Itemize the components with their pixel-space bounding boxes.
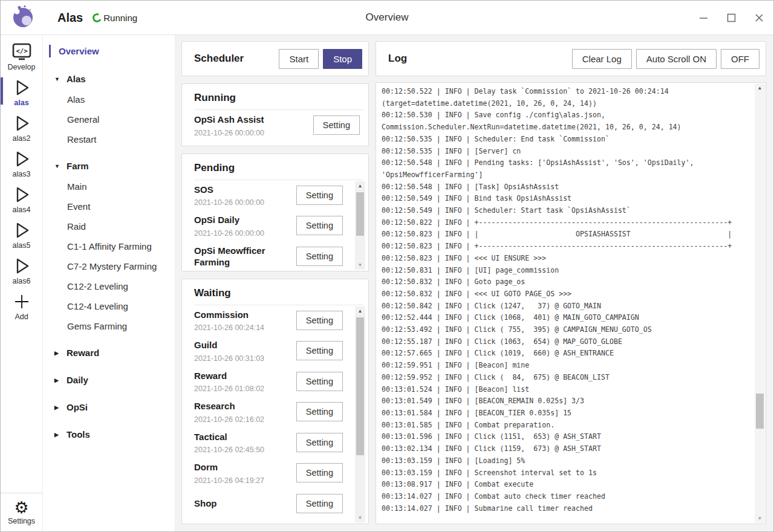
window-controls <box>698 1 764 34</box>
log-line: 00:12:59.952 | INFO | Click ( 84, 675) @… <box>382 372 747 384</box>
setting-button[interactable]: Setting <box>296 463 343 482</box>
task-name: Tactical <box>194 431 291 443</box>
play-icon <box>11 77 32 98</box>
chevron-right-icon: ▶ <box>54 350 61 356</box>
scroll-down-icon[interactable]: ▼ <box>355 261 365 270</box>
menu-group-daily[interactable]: ▶Daily <box>43 369 175 391</box>
log-line: 00:12:50.832 | INFO | <<< UI GOTO PAGE_O… <box>382 288 747 300</box>
menu-group-reward[interactable]: ▶Reward <box>43 342 175 363</box>
menu-item-event[interactable]: Event <box>43 196 175 216</box>
task-info: OpSi Daily2021-10-26 00:00:00 <box>194 210 296 241</box>
scroll-down-icon[interactable]: ▼ <box>355 513 365 522</box>
log-scrollbar[interactable]: ▲ ▼ <box>755 83 765 523</box>
setting-button[interactable]: Setting <box>296 186 343 205</box>
scroll-down-icon[interactable]: ▼ <box>755 514 765 523</box>
scrollbar-thumb[interactable] <box>356 317 364 455</box>
menu-group-tools[interactable]: ▶Tools <box>43 424 175 445</box>
log-panel[interactable]: 00:12:50.522 | INFO | Delay task `Commis… <box>376 82 766 524</box>
scrollbar-thumb[interactable] <box>756 394 764 429</box>
scroll-up-icon[interactable]: ▲ <box>355 181 365 190</box>
rail-item-add[interactable]: Add <box>1 288 42 324</box>
task-next-run-time: 2021-10-26 00:00:00 <box>194 229 291 238</box>
menu-group-label: Reward <box>67 348 99 358</box>
menu-item-c7-2-mystery-farming[interactable]: C7-2 Mystery Farming <box>43 256 175 276</box>
task-info: Commission2021-10-26 00:24:14 <box>194 305 296 336</box>
start-button[interactable]: Start <box>279 49 319 69</box>
log-line: (target=datetime.datetime(2021, 10, 26, … <box>382 98 747 110</box>
scrollbar-thumb[interactable] <box>356 192 364 236</box>
rail-item-alas[interactable]: alas <box>1 74 42 110</box>
scroll-up-icon[interactable]: ▲ <box>355 307 365 316</box>
close-button[interactable] <box>754 13 764 22</box>
rail-item-alas4[interactable]: alas4 <box>1 181 42 217</box>
rail-item-alas5[interactable]: alas5 <box>1 217 42 253</box>
menu-item-c12-4-leveling[interactable]: C12-4 Leveling <box>43 296 175 316</box>
menu-item-overview[interactable]: Overview <box>43 40 175 62</box>
task-info: OpSi Ash Assist2021-10-26 00:00:00 <box>194 110 313 141</box>
log-line: 00:13:01.596 | INFO | Click (1151, 653) … <box>382 431 747 443</box>
running-title: Running <box>182 84 368 109</box>
task-name: OpSi Daily <box>194 214 291 226</box>
log-line: 00:13:14.027 | INFO | Submarine call tim… <box>382 503 747 515</box>
menu-groups: ▼AlasAlasGeneralRestart▼FarmMainEventRai… <box>43 68 175 445</box>
setting-button[interactable]: Setting <box>296 341 343 360</box>
rail-item-develop[interactable]: </>Develop <box>1 39 42 74</box>
auto-scroll-on-button[interactable]: Auto Scroll ON <box>636 49 717 69</box>
setting-button[interactable]: Setting <box>296 216 343 235</box>
log-line: 00:12:55.187 | INFO | Click (1063, 654) … <box>382 336 747 348</box>
task-next-run-time: 2021-10-26 00:00:00 <box>194 129 308 137</box>
settings-button[interactable]: ⚙ Settings <box>1 493 42 531</box>
setting-button[interactable]: Setting <box>296 494 343 513</box>
scheduler-card: Scheduler Start Stop <box>181 41 369 76</box>
menu-group-opsi[interactable]: ▶OpSi <box>43 397 175 418</box>
maximize-button[interactable] <box>726 13 736 22</box>
waiting-scrollbar[interactable]: ▲ ▼ <box>355 307 365 523</box>
task-info: Research2021-10-26 02:16:02 <box>194 397 296 427</box>
pending-card: Pending SOS2021-10-26 00:00:00SettingOpS… <box>181 154 369 271</box>
task-info: SOS2021-10-26 00:00:00 <box>194 180 296 211</box>
task-name: Dorm <box>194 461 291 473</box>
scroll-up-icon[interactable]: ▲ <box>755 83 765 92</box>
svg-text:</>: </> <box>16 47 27 54</box>
stop-button[interactable]: Stop <box>323 49 362 69</box>
setting-button[interactable]: Setting <box>296 402 343 421</box>
menu-item-alas[interactable]: Alas <box>43 89 175 109</box>
setting-button[interactable]: Setting <box>296 433 343 452</box>
menu-item-c12-2-leveling[interactable]: C12-2 Leveling <box>43 276 175 296</box>
rail-item-alas6[interactable]: alas6 <box>1 253 42 288</box>
log-line: 00:12:50.548 | INFO | [Task] OpsiAshAssi… <box>382 181 747 193</box>
menu-group-label: Alas <box>67 74 86 84</box>
task-row-sos: SOS2021-10-26 00:00:00Setting <box>182 180 351 211</box>
rail-item-label: alas5 <box>13 241 31 250</box>
pending-scrollbar[interactable]: ▲ ▼ <box>355 181 365 270</box>
menu-item-c1-1-affinity-farming[interactable]: C1-1 Affinity Farming <box>43 236 175 256</box>
code-monitor-icon: </> <box>11 42 32 62</box>
setting-button[interactable]: Setting <box>296 372 343 391</box>
task-name: SOS <box>194 184 291 196</box>
menu-group-farm[interactable]: ▼Farm <box>43 155 175 177</box>
menu-group-alas[interactable]: ▼Alas <box>43 68 175 89</box>
menu-item-raid[interactable]: Raid <box>43 216 175 236</box>
rail-item-alas3[interactable]: alas3 <box>1 146 42 181</box>
chevron-down-icon: ▼ <box>54 76 61 82</box>
log-lines: 00:12:50.522 | INFO | Delay task `Commis… <box>376 83 766 518</box>
menu-item-main[interactable]: Main <box>43 177 175 196</box>
rail-item-alas2[interactable]: alas2 <box>1 110 42 146</box>
setting-button[interactable]: Setting <box>313 115 360 135</box>
log-line: 00:12:50.822 | INFO | +-----------------… <box>382 217 747 229</box>
menu-item-restart[interactable]: Restart <box>43 129 175 149</box>
menu-item-gems-farming[interactable]: Gems Farming <box>43 316 175 336</box>
auto-scroll-off-button[interactable]: OFF <box>721 49 759 69</box>
plus-icon <box>13 291 31 312</box>
log-line: 00:12:50.549 | INFO | Bind task OpsiAshA… <box>382 193 747 205</box>
clear-log-button[interactable]: Clear Log <box>572 49 632 69</box>
menu-item-general[interactable]: General <box>43 109 175 129</box>
setting-button[interactable]: Setting <box>296 247 343 266</box>
running-list: OpSi Ash Assist2021-10-26 00:00:00Settin… <box>182 110 368 146</box>
log-line: 00:12:50.823 | INFO | <<< UI ENSURE >>> <box>382 253 747 265</box>
minimize-button[interactable] <box>698 13 708 22</box>
setting-button[interactable]: Setting <box>296 311 343 330</box>
task-next-run-time: 2021-10-26 00:00:00 <box>194 198 291 207</box>
nav-rail: </>Developalasalas2alas3alas4alas5alas6A… <box>1 35 43 531</box>
waiting-title: Waiting <box>182 279 368 305</box>
